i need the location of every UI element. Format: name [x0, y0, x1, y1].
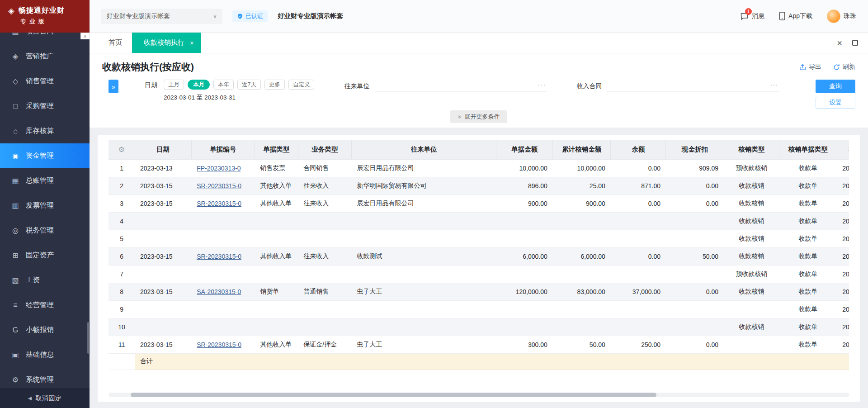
- cell-cp: 辰宏日用品有限公司: [351, 159, 496, 177]
- cell-biztype: 往来收入: [298, 195, 351, 212]
- tab-bar: 首页 收款核销执行 × ×: [90, 33, 868, 53]
- date-chip-0[interactable]: 上月: [164, 80, 184, 90]
- cell-acc: [553, 300, 611, 318]
- tab-close-icon[interactable]: ×: [190, 39, 194, 47]
- sidebar-item-expense[interactable]: G小畅报销: [0, 318, 90, 342]
- document-link[interactable]: SR-20230315-0: [197, 200, 241, 207]
- user-menu[interactable]: 珠珠: [827, 9, 856, 23]
- document-link[interactable]: FP-20230313-0: [197, 165, 241, 172]
- horizontal-scrollbar-thumb[interactable]: [131, 393, 656, 397]
- income-contract-input[interactable]: ···: [607, 81, 779, 91]
- sidebar-item-label: 小畅报销: [26, 325, 54, 335]
- column-header-date: 日期: [135, 140, 191, 159]
- search-button[interactable]: 查询: [816, 80, 855, 93]
- sidebar-item-project-contract[interactable]: ▤项目合同: [0, 33, 90, 44]
- cell-wdate: 20: [837, 265, 849, 283]
- column-settings-header[interactable]: ⚙: [108, 140, 135, 159]
- sidebar-item-invoice[interactable]: ▥发票管理: [0, 193, 90, 218]
- cell-disc: 909.09: [666, 159, 724, 177]
- close-page-icon[interactable]: ×: [837, 38, 842, 47]
- page-actions: 导出 刷新: [799, 63, 855, 71]
- expense-icon: G: [11, 326, 20, 334]
- sidebar: ∧ ▤项目合同◈营销推广◇销售管理□采购管理⌂库存核算◉资金管理▦总账管理▥发票…: [0, 33, 90, 408]
- sidebar-item-system[interactable]: ⚙系统管理: [0, 367, 90, 388]
- date-chip-2[interactable]: 本年: [213, 80, 234, 90]
- sidebar-item-payroll[interactable]: ▧工资: [0, 268, 90, 293]
- cell-acc: 50.00: [553, 336, 611, 353]
- app-download-button[interactable]: App下载: [779, 12, 812, 20]
- fixed-assets-icon: ⊞: [11, 251, 20, 260]
- date-chip-3[interactable]: 近7天: [237, 80, 261, 90]
- sidebar-item-basic-info[interactable]: ▣基础信息: [0, 342, 90, 367]
- sidebar-item-sales[interactable]: ◇销售管理: [0, 69, 90, 94]
- cell-doc: [191, 318, 255, 336]
- cell-date: 2023-03-15: [135, 195, 191, 212]
- tab-home[interactable]: 首页: [99, 33, 132, 53]
- settings-button[interactable]: 设置: [816, 97, 855, 109]
- sidebar-item-inventory[interactable]: ⌂库存核算: [0, 119, 90, 143]
- table-row[interactable]: 12023-03-13FP-20230313-0销售发票合同销售辰宏日用品有限公…: [108, 159, 849, 177]
- counterparty-input[interactable]: ···: [375, 81, 547, 91]
- filter-collapse-button[interactable]: »: [108, 80, 118, 93]
- double-chevron-down-icon: «: [456, 115, 462, 118]
- sidebar-item-purchase[interactable]: □采购管理: [0, 94, 90, 119]
- sidebar-item-fixed-assets[interactable]: ⊞固定资产: [0, 243, 90, 268]
- sidebar-item-label: 经营管理: [26, 300, 54, 310]
- sidebar-item-general-ledger[interactable]: ▦总账管理: [0, 168, 90, 193]
- sidebar-item-label: 项目合同: [26, 33, 54, 36]
- cell-no: 7: [108, 265, 135, 283]
- table-row[interactable]: 82023-03-15SA-20230315-0销货单普通销售虫子大王120,0…: [108, 283, 849, 300]
- document-link[interactable]: SR-20230315-0: [197, 253, 241, 260]
- sidebar-scrollbar-thumb[interactable]: [87, 322, 89, 354]
- marketing-icon: ◈: [11, 52, 20, 61]
- account-set-select[interactable]: 好业财专业版演示帐套 ∨: [101, 9, 222, 24]
- table-row[interactable]: 7预收款核销收款单20: [108, 265, 849, 283]
- income-contract-more-icon[interactable]: ···: [770, 81, 778, 88]
- table-row[interactable]: 10收款核销收款单20: [108, 318, 849, 336]
- document-link[interactable]: SR-20230315-0: [197, 182, 241, 190]
- date-chip-1[interactable]: 本月: [188, 80, 210, 90]
- tab-receipt-writeoff[interactable]: 收款核销执行 ×: [132, 33, 201, 53]
- sidebar-item-tax[interactable]: ◎税务管理: [0, 218, 90, 243]
- shield-icon: [237, 13, 243, 19]
- total-row: 合计: [108, 353, 849, 370]
- verified-label: 已认证: [245, 12, 263, 20]
- cell-disc: [666, 318, 724, 336]
- cell-wdoc: 收款单: [779, 300, 837, 318]
- table-row[interactable]: 5收款核销收款单20: [108, 230, 849, 247]
- document-link[interactable]: SR-20230315-0: [197, 341, 241, 348]
- table-row[interactable]: 32023-03-15SR-20230315-0其他收入单往来收入辰宏日用品有限…: [108, 195, 849, 212]
- fullscreen-icon[interactable]: [852, 40, 858, 46]
- main-area: 首页 收款核销执行 × × 收款核销执行(按应收) 导出: [90, 33, 868, 408]
- date-filter-label: 日期: [145, 80, 157, 102]
- cell-date: [135, 230, 191, 247]
- document-link[interactable]: SA-20230315-0: [197, 288, 241, 295]
- date-chip-5[interactable]: 自定义: [288, 80, 315, 90]
- refresh-button[interactable]: 刷新: [833, 63, 855, 71]
- cell-disc: 0.00: [666, 177, 724, 195]
- table-row[interactable]: 62023-03-15SR-20230315-0其他收入单往来收入收款测试6,0…: [108, 247, 849, 265]
- sidebar-item-operations[interactable]: ≡经营管理: [0, 293, 90, 318]
- counterparty-more-icon[interactable]: ···: [538, 81, 546, 88]
- table-row[interactable]: 9收款单20: [108, 300, 849, 318]
- sidebar-item-funds[interactable]: ◉资金管理: [0, 143, 90, 168]
- table-row[interactable]: 4收款核销收款单20: [108, 212, 849, 230]
- cell-wtype: 预收款核销: [724, 265, 779, 283]
- messages-button[interactable]: 1 消息: [740, 12, 764, 20]
- sidebar-scroll-up-button[interactable]: ∧: [80, 33, 90, 39]
- income-contract-filter-group: 收入合同 ···: [576, 81, 779, 91]
- account-set-select-value: 好业财专业版演示帐套: [107, 12, 170, 20]
- sidebar-item-marketing[interactable]: ◈营销推广: [0, 44, 90, 69]
- cell-wtype: 收款核销: [724, 195, 779, 212]
- export-button[interactable]: 导出: [799, 63, 821, 71]
- cell-disc: 0.00: [666, 283, 724, 300]
- unpin-button[interactable]: ◀ 取消固定: [0, 388, 90, 408]
- cell-doctype: 销货单: [255, 283, 298, 300]
- table-row[interactable]: 22023-03-15SR-20230315-0其他收入单往来收入新华明国际贸易…: [108, 177, 849, 195]
- horizontal-scrollbar[interactable]: [108, 393, 849, 397]
- cell-bal: [611, 212, 666, 230]
- table-row[interactable]: 112023-03-15SR-20230315-0其他收入单保证金/押金虫子大王…: [108, 336, 849, 353]
- cell-doc: [191, 300, 255, 318]
- expand-more-button[interactable]: « 展开更多条件: [450, 110, 507, 123]
- date-chip-4[interactable]: 更多: [264, 80, 285, 90]
